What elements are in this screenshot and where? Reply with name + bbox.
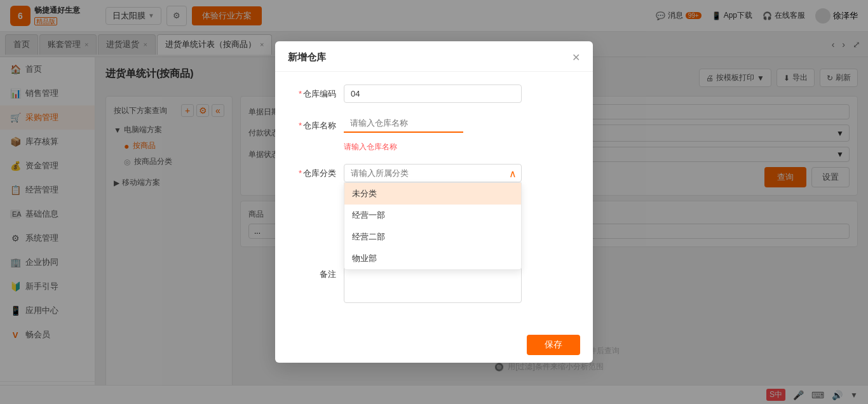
form-row-note: 备注 [290, 265, 578, 303]
name-input[interactable] [344, 114, 463, 133]
note-textarea[interactable] [344, 265, 522, 303]
category-input[interactable] [344, 164, 522, 182]
category-option-3[interactable]: 物业部 [344, 248, 521, 269]
form-row-code: 仓库编码 [290, 84, 578, 103]
modal-header: 新增仓库 ✕ [275, 41, 593, 72]
modal-title: 新增仓库 [288, 51, 326, 64]
category-option-0[interactable]: 未分类 [344, 183, 521, 205]
category-dropdown[interactable]: ∧ 未分类 经营一部 经营二部 物业部 [344, 164, 522, 182]
modal-footer: 保存 [275, 327, 593, 363]
form-row-category: 仓库分类 ∧ 未分类 经营一部 经营二部 物业部 [290, 164, 578, 182]
name-error-tip: 请输入仓库名称 [344, 142, 397, 151]
category-label: 仓库分类 [290, 164, 336, 179]
modal-close-button[interactable]: ✕ [572, 51, 580, 64]
modal-overlay[interactable]: 新增仓库 ✕ 仓库编码 仓库名称 请输入仓库名称 仓库分类 [0, 0, 868, 404]
code-input[interactable] [344, 84, 522, 103]
category-option-1[interactable]: 经营一部 [344, 205, 521, 226]
note-label: 备注 [290, 265, 336, 280]
add-warehouse-modal: 新增仓库 ✕ 仓库编码 仓库名称 请输入仓库名称 仓库分类 [275, 41, 593, 363]
name-label: 仓库名称 [290, 116, 336, 131]
category-option-2[interactable]: 经营二部 [344, 226, 521, 248]
modal-body: 仓库编码 仓库名称 请输入仓库名称 仓库分类 ∧ [275, 72, 593, 327]
save-button[interactable]: 保存 [527, 335, 580, 355]
form-row-name: 仓库名称 请输入仓库名称 [290, 114, 578, 152]
code-label: 仓库编码 [290, 84, 336, 100]
category-options: 未分类 经营一部 经营二部 物业部 [344, 182, 522, 270]
